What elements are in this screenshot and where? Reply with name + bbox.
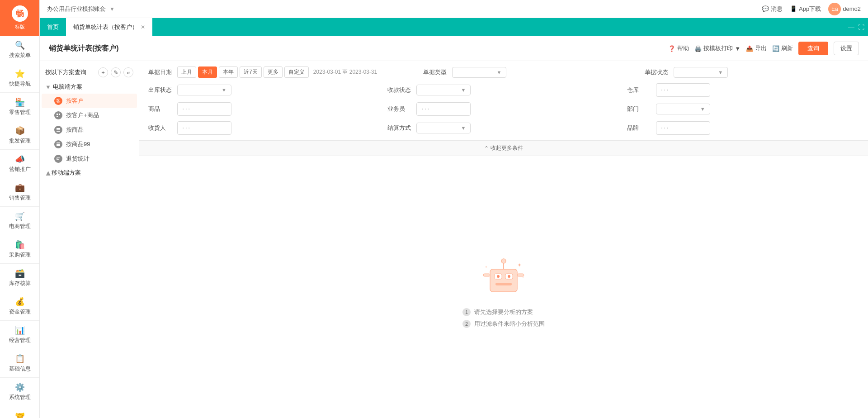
sidebar-item-shortcut-label: 快捷导航 xyxy=(9,80,31,88)
receiver-select[interactable]: ··· xyxy=(177,121,231,135)
nav-dropdown-icon[interactable]: ▼ xyxy=(109,6,115,12)
empty-msg-2: 2 用过滤条件来缩小分析范围 xyxy=(462,320,545,328)
scheme-collapse-btn[interactable]: « xyxy=(123,67,133,77)
product-label: 商品 xyxy=(148,105,174,113)
query-button[interactable]: 查询 xyxy=(798,42,828,55)
collapse-bar[interactable]: ⌃ 收起更多条件 xyxy=(139,141,868,156)
out-status-select[interactable]: ▼ xyxy=(177,85,231,95)
doc-type-select[interactable]: ▼ xyxy=(452,67,506,78)
scheme-panel: 按以下方案查询 + ✎ « ▼ xyxy=(40,61,139,418)
system-icon: ⚙️ xyxy=(15,382,25,392)
empty-area: ✦ ✦ ✦ 1 请先选择要分析的方案 2 用过滤条件来缩小分析范围 xyxy=(139,156,868,418)
refresh-btn[interactable]: 🔄 刷新 xyxy=(772,44,793,52)
top-header: 办公用品行业模拟账套 ▼ 💬 消息 📱 App下载 Ea demo2 xyxy=(40,0,868,18)
sidebar-item-basic[interactable]: 📋 基础信息 xyxy=(0,349,39,378)
svg-rect-15 xyxy=(495,283,512,285)
salesperson-ellipsis: ··· xyxy=(421,105,430,113)
empty-illustration: ✦ ✦ ✦ xyxy=(476,247,531,301)
salesperson-select[interactable]: ··· xyxy=(416,102,471,116)
tab-home-label: 首页 xyxy=(47,23,59,31)
sidebar-item-sales[interactable]: 💼 销售管理 xyxy=(0,178,39,207)
date-tab-lastmonth[interactable]: 上月 xyxy=(177,66,196,78)
receiver-ellipsis: ··· xyxy=(182,124,191,132)
tab-home[interactable]: 首页 xyxy=(40,18,66,36)
sidebar-item-retail[interactable]: 🏪 零售管理 xyxy=(0,93,39,121)
inventory-icon: 🗃️ xyxy=(15,268,25,278)
doc-status-label: 单据状态 xyxy=(645,68,670,76)
window-maximize-btn[interactable]: ⛶ xyxy=(858,24,864,31)
tab-close-icon[interactable]: ✕ xyxy=(141,24,145,30)
svg-rect-3 xyxy=(57,128,60,129)
scheme-item-by-product[interactable]: 按商品 xyxy=(42,123,137,137)
print-icon: 🖨️ xyxy=(694,45,702,52)
content-body: 按以下方案查询 + ✎ « ▼ xyxy=(40,61,868,418)
sidebar-item-inventory[interactable]: 🗃️ 库存核算 xyxy=(0,264,39,292)
page-title: 销货单统计表(按客户) xyxy=(49,44,119,53)
print-dropdown-icon[interactable]: ▼ xyxy=(735,45,741,52)
svg-rect-5 xyxy=(57,131,60,132)
date-tab-thismonth[interactable]: 本月 xyxy=(198,66,217,78)
app-download-btn[interactable]: 📱 App下载 xyxy=(790,5,821,13)
scheme-add-btn[interactable]: + xyxy=(98,67,108,77)
sidebar-item-enterprise[interactable]: 🤝 企业协同 xyxy=(0,406,39,418)
scheme-group-desktop: ▼ 电脑端方案 客 按客户 按客户+商品 xyxy=(40,80,139,166)
settings-button[interactable]: 设置 xyxy=(834,42,859,55)
sidebar-item-finance[interactable]: 💰 资金管理 xyxy=(0,292,39,321)
settlement-select[interactable]: ▼ xyxy=(416,123,471,133)
scheme-item-by-product99[interactable]: 按商品99 xyxy=(42,137,137,152)
filter-receiver: 收货人 ··· xyxy=(148,121,380,135)
receipt-status-select[interactable]: ▼ xyxy=(416,85,471,95)
scheme-item-return-stats[interactable]: 退货统计 xyxy=(42,152,137,166)
scheme-actions: + ✎ « xyxy=(98,67,133,77)
scheme-return-label: 退货统计 xyxy=(66,155,90,163)
doc-type-label: 单据类型 xyxy=(423,68,448,76)
msg-num-2: 2 xyxy=(462,320,471,328)
date-tab-thisyear[interactable]: 本年 xyxy=(219,66,238,78)
svg-rect-6 xyxy=(57,142,60,143)
scheme-group-mobile: ▶ 移动端方案 xyxy=(40,166,139,180)
sidebar-item-search[interactable]: 🔍 搜索菜单 xyxy=(0,36,39,64)
warehouse-label: 仓库 xyxy=(627,86,652,94)
product-select[interactable]: ··· xyxy=(177,102,231,116)
brand-ellipsis: ··· xyxy=(661,124,670,132)
sales-icon: 💼 xyxy=(15,183,25,193)
brand-select[interactable]: ··· xyxy=(656,121,710,135)
scheme-edit-btn[interactable]: ✎ xyxy=(111,67,121,77)
sidebar-item-wholesale[interactable]: 📦 批发管理 xyxy=(0,121,39,150)
export-btn[interactable]: 📤 导出 xyxy=(746,44,767,52)
date-tab-more[interactable]: 更多 xyxy=(264,66,283,78)
sidebar-item-purchase[interactable]: 🛍️ 采购管理 xyxy=(0,235,39,264)
sidebar-item-basic-label: 基础信息 xyxy=(9,365,31,373)
sidebar-item-ecommerce[interactable]: 🛒 电商管理 xyxy=(0,207,39,235)
receipt-status-arrow-icon: ▼ xyxy=(461,87,466,93)
sidebar-item-sales-label: 销售管理 xyxy=(9,194,31,202)
help-btn[interactable]: ❓ 帮助 xyxy=(668,44,689,52)
sidebar-item-search-label: 搜索菜单 xyxy=(9,52,31,59)
doc-status-select[interactable]: ▼ xyxy=(674,67,728,78)
main-container: 办公用品行业模拟账套 ▼ 💬 消息 📱 App下载 Ea demo2 首页 xyxy=(40,0,868,418)
message-btn[interactable]: 💬 消息 xyxy=(762,5,783,13)
department-select[interactable]: ▼ xyxy=(656,104,710,114)
filter-warehouse: 仓库 ··· xyxy=(627,83,859,97)
tab-report[interactable]: 销货单统计表（按客户） ✕ xyxy=(66,18,152,36)
group-desktop-label: 电脑端方案 xyxy=(53,83,82,91)
scheme-group-desktop-title[interactable]: ▼ 电脑端方案 xyxy=(42,80,137,94)
sidebar-item-operations[interactable]: 📊 经营管理 xyxy=(0,321,39,349)
sidebar-item-shortcut[interactable]: ⭐ 快捷导航 xyxy=(0,64,39,93)
sidebar-item-system[interactable]: ⚙️ 系统管理 xyxy=(0,378,39,406)
scheme-product99-label: 按商品99 xyxy=(66,140,90,148)
date-tab-custom[interactable]: 自定义 xyxy=(284,66,309,78)
window-minimize-btn[interactable]: — xyxy=(848,24,854,31)
date-tab-7days[interactable]: 近7天 xyxy=(240,66,262,78)
scheme-product99-icon xyxy=(54,140,62,148)
tab-report-label: 销货单统计表（按客户） xyxy=(73,23,138,31)
scheme-item-by-customer[interactable]: 客 按客户 xyxy=(42,94,137,108)
msg-text-1: 请先选择要分析的方案 xyxy=(474,308,533,316)
scheme-item-by-customer-product[interactable]: 按客户+商品 xyxy=(42,108,137,123)
export-icon: 📤 xyxy=(746,45,753,52)
user-profile-btn[interactable]: Ea demo2 xyxy=(828,3,861,15)
scheme-group-mobile-title[interactable]: ▶ 移动端方案 xyxy=(42,166,137,180)
warehouse-select[interactable]: ··· xyxy=(656,83,710,97)
sidebar-item-marketing[interactable]: 📣 营销推广 xyxy=(0,150,39,178)
print-btn[interactable]: 🖨️ 按模板打印 ▼ xyxy=(694,44,741,52)
